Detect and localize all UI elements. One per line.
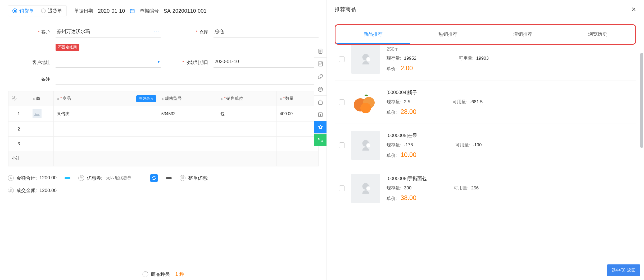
- side-link-icon[interactable]: [314, 70, 326, 83]
- back-button-label: 返回: [627, 268, 636, 273]
- product-row: 250ml现存量:19952可用量:19903单价:2.00: [335, 45, 636, 81]
- customer-value: 苏州万达沃尔玛: [57, 28, 90, 35]
- remark-label: 备注: [8, 76, 50, 82]
- tab-browse-history[interactable]: 浏览历史: [560, 25, 635, 44]
- ellipsis-icon[interactable]: ···: [153, 29, 160, 35]
- side-chart-icon[interactable]: [314, 58, 326, 70]
- warehouse-value: 总仓: [215, 28, 224, 35]
- warehouse-field[interactable]: 总仓: [214, 27, 319, 38]
- form-grid: *客户 苏州万达沃尔玛 ··· *仓库 总仓 不固定账期 客户地址 ▾ *收款到…: [8, 27, 319, 85]
- doc-meta: 单据日期 2020-01-10 单据编号 SA-20200110-001: [74, 8, 207, 14]
- row-goods[interactable]: 果倍爽: [54, 106, 158, 122]
- table-row[interactable]: 2: [8, 122, 318, 137]
- due-date-value: 2020-01-10: [215, 59, 239, 64]
- row-spec[interactable]: [158, 137, 217, 151]
- row-qty[interactable]: [276, 137, 318, 151]
- amount-total-value: 1200.00: [39, 175, 57, 181]
- side-swap-icon[interactable]: [314, 83, 326, 96]
- doc-date-value[interactable]: 2020-01-10: [98, 8, 125, 14]
- row-spec[interactable]: 534532: [158, 106, 217, 122]
- side-toolbar: [314, 45, 326, 146]
- product-info: 250ml现存量:19952可用量:19903单价:2.00: [387, 46, 632, 72]
- side-home-icon[interactable]: [314, 96, 326, 108]
- deal-amount-value: 1200.00: [39, 188, 57, 193]
- row-goods[interactable]: [54, 137, 158, 151]
- stock-label: 现存量:-178: [387, 142, 413, 148]
- col-spec[interactable]: ◆规格型号: [158, 91, 217, 106]
- row-index: 1: [8, 106, 29, 122]
- product-price: 2.00: [401, 64, 413, 72]
- product-image: [351, 45, 380, 74]
- side-currency-icon[interactable]: [314, 108, 326, 121]
- row-thumb: [29, 106, 53, 122]
- side-star-icon[interactable]: [314, 121, 326, 134]
- coupon-icon: 券: [78, 175, 84, 181]
- product-info: [0000004]橘子现存量:2.5可用量:-681.5单价:28.00: [387, 89, 632, 115]
- col-unit[interactable]: ◆*销售单位: [217, 91, 276, 106]
- product-thumb-icon: [33, 109, 42, 118]
- tab-stale-products[interactable]: 滞销推荐: [486, 25, 560, 44]
- row-qty[interactable]: [276, 122, 318, 137]
- row-qty[interactable]: 400.00: [276, 106, 318, 122]
- refresh-coupon-button[interactable]: [150, 174, 158, 182]
- remark-field[interactable]: [56, 74, 319, 85]
- table-row[interactable]: 3: [8, 137, 318, 151]
- coupon-input[interactable]: [105, 174, 147, 182]
- svg-point-8: [366, 57, 370, 61]
- row-unit[interactable]: 包: [217, 106, 276, 122]
- product-stats: 现存量:2.5可用量:-681.5: [387, 99, 632, 105]
- selected-count: 选中(0): [612, 268, 625, 273]
- placeholder-image-icon: [358, 51, 374, 67]
- radio-sales-order[interactable]: 销货单: [12, 8, 34, 14]
- customer-badge-cell: 不固定账期: [56, 44, 161, 51]
- avail-label: 可用量:256: [454, 185, 479, 191]
- tab-hot-products[interactable]: 热销推荐: [410, 25, 485, 44]
- col-goods[interactable]: ◆*商品扫码录入: [54, 91, 158, 106]
- product-info: [0000005]芒果现存量:-178可用量:-190单价:10.00: [387, 132, 632, 158]
- col-qty[interactable]: ◆*数量: [276, 91, 318, 106]
- close-icon[interactable]: ✕: [631, 6, 636, 13]
- row-goods[interactable]: [54, 122, 158, 137]
- row-spec[interactable]: [158, 122, 217, 137]
- side-expand-icon[interactable]: [314, 134, 326, 146]
- product-checkbox[interactable]: [339, 142, 345, 148]
- product-checkbox[interactable]: [339, 56, 345, 62]
- avail-value: -681.5: [470, 99, 483, 104]
- svg-point-1: [14, 97, 15, 99]
- table-row[interactable]: 1果倍爽534532包400.00: [8, 106, 318, 122]
- stock-value: 2.5: [404, 99, 410, 104]
- product-name: [0000006]手撕面包: [387, 175, 632, 182]
- avail-label: 可用量:-190: [455, 142, 482, 148]
- product-list[interactable]: 250ml现存量:19952可用量:19903单价:2.00[0000004]橘…: [327, 45, 644, 280]
- product-price: 38.00: [401, 194, 416, 201]
- row-thumb: [29, 137, 53, 151]
- selection-action-bar[interactable]: 选中(0) 返回: [607, 264, 640, 276]
- amount-total: ¥ 金额合计: 1200.00: [8, 175, 57, 181]
- col-goods-short[interactable]: ◆商: [29, 91, 53, 106]
- product-stats: 现存量:300可用量:256: [387, 185, 632, 191]
- product-checkbox[interactable]: [339, 185, 345, 191]
- col-settings[interactable]: [8, 91, 29, 106]
- stock-label: 现存量:19952: [387, 55, 416, 61]
- avail-label: 可用量:-681.5: [452, 99, 483, 105]
- calendar-icon[interactable]: [130, 8, 135, 13]
- stock-label: 现存量:2.5: [387, 99, 410, 105]
- row-unit[interactable]: [217, 137, 276, 151]
- address-field[interactable]: ▾: [56, 57, 161, 68]
- radio-icon: [12, 8, 17, 13]
- chevron-down-icon[interactable]: ▾: [158, 60, 160, 64]
- product-image: [351, 131, 380, 160]
- customer-field[interactable]: 苏州万达沃尔玛 ···: [56, 27, 161, 38]
- account-period-badge: 不固定账期: [56, 44, 79, 51]
- scan-input-button[interactable]: 扫码录入: [136, 95, 156, 102]
- due-date-field[interactable]: 2020-01-10: [214, 57, 319, 68]
- coupon-field-group: 券 优惠券:: [78, 174, 158, 182]
- row-unit[interactable]: [217, 122, 276, 137]
- subtotal-row: 小计: [8, 151, 318, 166]
- doc-number-label: 单据编号: [140, 8, 159, 14]
- scrollbar[interactable]: [640, 53, 643, 148]
- tab-new-products[interactable]: 新品推荐: [335, 25, 410, 44]
- radio-return-order[interactable]: 退货单: [41, 8, 62, 14]
- product-checkbox[interactable]: [339, 99, 345, 105]
- side-doc-icon[interactable]: [314, 45, 326, 58]
